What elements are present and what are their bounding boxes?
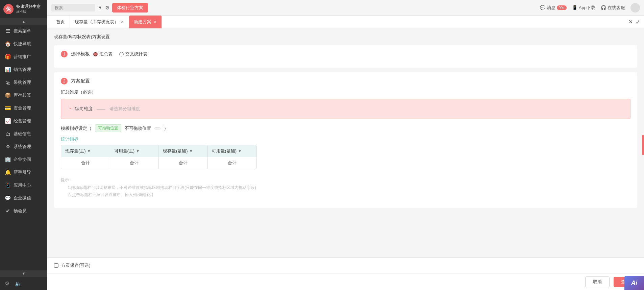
enterprise-icon: 🏢 [5, 156, 11, 163]
header-dropdown-0[interactable]: ▼ [87, 149, 91, 153]
step2-title: 方案配置 [71, 78, 90, 84]
sidebar-item-label: 企业微信 [14, 195, 31, 201]
tab-actions: ✕ ⤢ [628, 19, 640, 25]
sidebar-item-app-center[interactable]: 📱 应用中心 [0, 179, 47, 192]
speaker-icon[interactable]: 🔈 [15, 280, 22, 287]
tab-new-plan[interactable]: 新建方案 ✕ [129, 16, 162, 28]
search-input[interactable] [51, 4, 95, 11]
sidebar-item-sales[interactable]: 📊 销售管理 [0, 63, 47, 76]
page-content: 现存量(库存状况表)方案设置 1 选择模板 汇总表 交叉统计表 [47, 28, 644, 273]
tab-close-all-button[interactable]: ✕ [628, 19, 633, 25]
radio-cross-input[interactable] [119, 52, 124, 56]
sidebar-item-enterprise[interactable]: 🏢 企业协同 [0, 153, 47, 166]
sidebar-item-purchase[interactable]: 🛍 采购管理 [0, 76, 47, 89]
table-header-cell-2[interactable]: 现存量(基辅) ▼ [159, 145, 208, 157]
management-icon: 📈 [5, 118, 11, 124]
tab-inventory-status[interactable]: 现存量（库存状况表） ✕ [70, 16, 129, 28]
step1-badge: 1 [61, 51, 68, 57]
tips-item-0: 1.拖动标题栏可以调整布局，不可跨维度或指标区域拖动栏目字段(只能在同一维度或指… [61, 185, 630, 191]
sidebar-item-basic-info[interactable]: 🗂 基础信息 [0, 127, 47, 140]
save-checkbox[interactable] [54, 263, 58, 268]
header-label-2: 现存量(基辅) [163, 148, 188, 154]
trial-button[interactable]: 体验行业方案 [112, 3, 148, 13]
radio-summary-input[interactable] [93, 52, 98, 56]
step2-section: 2 方案配置 汇总维度（必选） * 纵向维度 —— 请选择分组维度 模板指标设定… [54, 72, 637, 208]
header-label-1: 可用量(主) [114, 148, 135, 154]
step1-title: 选择模板 [71, 51, 90, 57]
sidebar-item-finance[interactable]: 💳 资金管理 [0, 102, 47, 115]
tabbar: 首页 现存量（库存状况表） ✕ 新建方案 ✕ ✕ ⤢ [47, 16, 644, 28]
indicator-not-draggable-label: 不可拖动位置 [125, 125, 151, 131]
message-button[interactable]: 💬 消息 99+ [540, 5, 567, 11]
stats-table-row-0: 合计 合计 合计 合计 [61, 157, 256, 169]
sidebar-item-marketing[interactable]: 🎁 营销推广 [0, 50, 47, 63]
indicator-setting-label: 模板指标设定（ [61, 125, 92, 131]
app-download-button[interactable]: 📱 App下载 [572, 5, 595, 11]
sidebar-logo: 兔 畅康通好生意 标准版 [0, 0, 47, 19]
header-dropdown-3[interactable]: ▼ [238, 149, 242, 153]
cancel-button[interactable]: 取消 [585, 276, 610, 287]
sidebar-scroll-up[interactable]: ▲ [0, 19, 47, 25]
service-icon: 🎧 [601, 5, 606, 10]
sidebar-item-label: 企业协同 [14, 156, 31, 163]
table-header-cell-0[interactable]: 现存量(主) ▼ [61, 145, 110, 157]
dimension-placeholder: 请选择分组维度 [109, 106, 140, 112]
sidebar-item-label: 新手引导 [14, 169, 31, 175]
step1-header: 1 选择模板 汇总表 交叉统计表 [61, 51, 630, 57]
inventory-icon: 📦 [5, 92, 11, 98]
dimension-box[interactable]: * 纵向维度 —— 请选择分组维度 [61, 99, 630, 119]
settings-icon[interactable]: ⚙ [5, 280, 9, 287]
sidebar-item-management[interactable]: 📈 经营管理 [0, 115, 47, 127]
header-dropdown-2[interactable]: ▼ [189, 149, 193, 153]
sidebar-item-label: 资金管理 [14, 105, 31, 111]
user-avatar[interactable] [630, 3, 640, 13]
sidebar-item-label: 系统管理 [14, 144, 31, 150]
vip-icon: ✔ [5, 208, 11, 214]
app-download-label: App下载 [579, 5, 595, 11]
sidebar-item-quick-nav[interactable]: 🏠 快捷导航 [0, 38, 47, 50]
table-cell-0-1: 合计 [110, 157, 159, 169]
radio-cross-label: 交叉统计表 [125, 51, 147, 57]
sidebar-item-label: 应用中心 [14, 182, 31, 188]
sidebar-item-search-menu[interactable]: ☰ 搜索菜单 [0, 25, 47, 38]
page-title: 现存量(库存状况表)方案设置 [54, 34, 637, 40]
table-header-cell-1[interactable]: 可用量(主) ▼ [110, 145, 159, 157]
sidebar-item-label: 搜索菜单 [14, 28, 31, 34]
sidebar-item-label: 基础信息 [14, 131, 31, 137]
sidebar-item-guide[interactable]: 🔔 新手引导 [0, 166, 47, 179]
dimension-field-label: 纵向维度 [75, 106, 93, 112]
sidebar-item-system[interactable]: ⚙ 系统管理 [0, 140, 47, 153]
save-checkbox-label[interactable]: 方案保存(可选) [61, 262, 91, 268]
sidebar-item-wechat[interactable]: 💬 企业微信 [0, 192, 47, 204]
basic-info-icon: 🗂 [5, 131, 11, 137]
sidebar-item-label: 采购管理 [14, 79, 31, 86]
message-label: 消息 [547, 5, 555, 11]
tab-home[interactable]: 首页 [51, 16, 70, 28]
topbar-dropdown-button[interactable]: ▼ [98, 5, 102, 10]
sales-icon: 📊 [5, 67, 11, 73]
wechat-icon: 💬 [5, 195, 11, 201]
header-dropdown-1[interactable]: ▼ [136, 149, 140, 153]
sidebar-item-vip[interactable]: ✔ 畅会员 [0, 204, 47, 217]
table-header-cell-3[interactable]: 可用量(基辅) ▼ [208, 145, 257, 157]
ai-button[interactable]: Ai [624, 276, 644, 290]
tab-inventory-close-icon[interactable]: ✕ [121, 20, 124, 24]
logo-info: 畅康通好生意 标准版 [16, 4, 41, 14]
step2-badge: 2 [61, 78, 68, 84]
tips-item-1: 2. 点击标题栏下拉可设置排序、插入列和删除列 [61, 192, 630, 198]
tab-new-plan-close-icon[interactable]: ✕ [153, 20, 157, 24]
topbar-left: ▼ ⚙ 体验行业方案 [51, 3, 537, 13]
radio-summary[interactable]: 汇总表 [93, 51, 113, 57]
finance-icon: 💳 [5, 105, 11, 111]
sidebar-scroll-down[interactable]: ▼ [0, 270, 47, 276]
gift-icon: 🎁 [5, 54, 11, 60]
logo-icon: 兔 [3, 4, 14, 14]
radio-cross[interactable]: 交叉统计表 [119, 51, 147, 57]
online-service-button[interactable]: 🎧 在线客服 [601, 5, 625, 11]
sidebar-item-inventory[interactable]: 📦 库存核算 [0, 89, 47, 102]
tab-expand-button[interactable]: ⤢ [636, 19, 640, 25]
guide-icon: 🔔 [5, 169, 11, 175]
tab-home-label: 首页 [56, 19, 65, 25]
topbar-gear-button[interactable]: ⚙ [105, 5, 109, 11]
tab-new-plan-label: 新建方案 [134, 19, 151, 25]
